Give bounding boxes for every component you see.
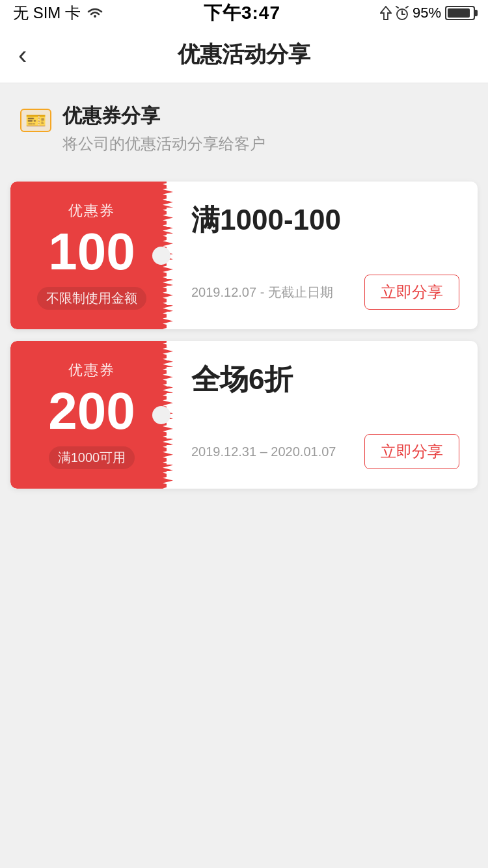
coupon-share-button[interactable]: 立即分享 (364, 275, 459, 310)
coupon-left: 优惠券 200 满1000可用 (10, 341, 173, 489)
svg-text:🎫: 🎫 (25, 110, 47, 131)
section-header: 🎫 优惠券分享 将公司的优惠活动分享给客户 (0, 83, 488, 165)
coupon-amount: 100 (48, 226, 135, 278)
section-title: 优惠券分享 (62, 103, 265, 129)
coupon-card: 优惠券 200 满1000可用 全场6折 2019.12.31 – 2020.0… (10, 341, 478, 489)
section-text-group: 优惠券分享 将公司的优惠活动分享给客户 (62, 103, 265, 154)
coupon-card: 优惠券 100 不限制使用金额 满1000-100 2019.12.07 - 无… (10, 182, 478, 329)
svg-line-3 (396, 7, 398, 8)
carrier-label: 无 SIM 卡 (13, 3, 81, 23)
coupon-share-button[interactable]: 立即分享 (364, 434, 459, 469)
nav-bar: ‹ 优惠活动分享 (0, 26, 488, 83)
coupon-label: 优惠券 (68, 201, 115, 221)
status-bar: 无 SIM 卡 下午3:47 95% (0, 0, 488, 26)
status-time: 下午3:47 (204, 1, 280, 25)
coupon-bottom-row: 2019.12.07 - 无截止日期 立即分享 (191, 275, 459, 310)
battery-percent: 95% (413, 5, 441, 21)
coupon-right: 满1000-100 2019.12.07 - 无截止日期 立即分享 (173, 182, 478, 329)
wifi-icon (86, 6, 104, 20)
coupon-date: 2019.12.31 – 2020.01.07 (191, 444, 336, 459)
coupon-list: 优惠券 100 不限制使用金额 满1000-100 2019.12.07 - 无… (0, 165, 488, 489)
coupon-right: 全场6折 2019.12.31 – 2020.01.07 立即分享 (173, 341, 478, 489)
section-icon: 🎫 (20, 104, 52, 137)
coupon-name: 全场6折 (191, 360, 459, 399)
location-icon (380, 6, 392, 20)
coupon-name: 满1000-100 (191, 201, 459, 239)
coupon-label: 优惠券 (68, 360, 115, 380)
battery-icon (445, 6, 475, 20)
alarm-icon (396, 6, 409, 20)
status-right: 95% (380, 5, 475, 21)
section-subtitle: 将公司的优惠活动分享给客户 (62, 133, 265, 154)
svg-line-4 (406, 7, 408, 8)
coupon-condition: 不限制使用金额 (37, 287, 146, 310)
coupon-amount: 200 (48, 385, 135, 437)
back-button[interactable]: ‹ (18, 42, 27, 68)
empty-area (0, 489, 488, 866)
coupon-bottom-row: 2019.12.31 – 2020.01.07 立即分享 (191, 434, 459, 469)
coupon-separator-top (152, 406, 170, 424)
coupon-date: 2019.12.07 - 无截止日期 (191, 284, 333, 301)
coupon-separator-top (152, 247, 170, 265)
status-left: 无 SIM 卡 (13, 3, 104, 23)
page-title: 优惠活动分享 (178, 40, 310, 70)
coupon-condition: 满1000可用 (49, 446, 135, 469)
coupon-left: 优惠券 100 不限制使用金额 (10, 182, 173, 329)
